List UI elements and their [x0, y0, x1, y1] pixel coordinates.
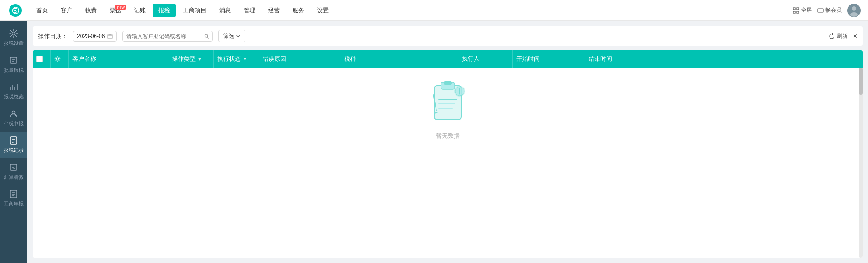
fullscreen-button[interactable]: 全屏	[793, 6, 812, 14]
app-logo[interactable]	[7, 2, 24, 19]
sidebar-item-tax-overview[interactable]: 报税总览	[0, 78, 27, 105]
search-input[interactable]	[126, 33, 201, 39]
table-body-area: 暂无数据	[33, 68, 863, 258]
nav-service[interactable]: 服务	[287, 4, 310, 17]
refresh-icon	[829, 33, 835, 39]
th-tax-type: 税种	[340, 50, 458, 68]
svg-point-10	[12, 32, 15, 35]
sidebar-label-annual-report: 工商年报	[4, 200, 24, 207]
date-picker[interactable]: 2023-06-06	[73, 31, 117, 42]
sidebar-label-calc-pay: 汇算清缴	[4, 174, 24, 180]
avatar[interactable]	[847, 4, 861, 17]
top-nav: 首页 客户 收费 票据 new 记账 报税 工商项目 消息 管理 经营	[0, 0, 868, 21]
th-operation-type[interactable]: 操作类型 ▼	[168, 50, 214, 68]
table-header: 客户名称 操作类型 ▼ 执行状态 ▼ 错误原因 税种 执行人	[33, 50, 863, 68]
th-executor: 执行人	[458, 50, 513, 68]
sidebar-item-tax-records[interactable]: 报税记录	[0, 132, 27, 158]
sidebar-item-batch-tax[interactable]: 批量报税	[0, 51, 27, 78]
empty-text: 暂无数据	[436, 132, 460, 140]
nav-tax[interactable]: 报税	[153, 4, 176, 17]
th-end-time: 结束时间	[585, 50, 657, 68]
nav-settings[interactable]: 设置	[312, 4, 334, 17]
svg-point-8	[852, 6, 856, 11]
svg-rect-16	[108, 34, 112, 39]
new-badge: new	[115, 5, 126, 10]
settings-icon	[54, 56, 61, 62]
toolbar: 操作日期： 2023-06-06 筛选	[33, 26, 863, 46]
svg-rect-21	[444, 81, 452, 85]
svg-point-18	[57, 58, 59, 60]
nav-business[interactable]: 工商项目	[177, 4, 212, 17]
sidebar-label-tax-settings: 报税设置	[4, 40, 24, 47]
sidebar-label-tax-records: 报税记录	[4, 147, 24, 154]
sidebar-label-batch-tax: 批量报税	[4, 67, 24, 73]
th-start-time: 开始时间	[513, 50, 585, 68]
svg-point-9	[850, 12, 858, 17]
nav-collection[interactable]: 收费	[80, 4, 102, 17]
th-customer-name: 客户名称	[69, 50, 168, 68]
empty-illustration	[425, 77, 470, 127]
svg-point-17	[205, 34, 207, 37]
svg-rect-3	[797, 8, 799, 10]
sidebar-item-annual-report[interactable]: 工商年报	[0, 185, 27, 212]
sort-icon-2: ▼	[243, 57, 247, 62]
empty-state: 暂无数据	[425, 77, 470, 140]
top-nav-right: 全屏 畅会员	[793, 4, 861, 17]
nav-account[interactable]: 记账	[129, 4, 151, 17]
fullscreen-label: 全屏	[801, 6, 812, 14]
calendar-icon	[107, 34, 113, 39]
member-button[interactable]: 畅会员	[817, 6, 842, 14]
sidebar-label-personal-tax: 个税申报	[4, 120, 24, 127]
th-checkbox[interactable]	[33, 50, 51, 68]
th-settings[interactable]	[51, 50, 69, 68]
date-label: 操作日期：	[38, 32, 67, 40]
refresh-label: 刷新	[837, 32, 848, 40]
sidebar: 报税设置 批量报税 报税总览 个税申报	[0, 21, 27, 263]
svg-rect-6	[818, 9, 823, 12]
svg-rect-13	[10, 137, 17, 144]
main-layout: 报税设置 批量报税 报税总览 个税申报	[0, 21, 868, 263]
sidebar-item-personal-tax[interactable]: 个税申报	[0, 105, 27, 132]
search-box[interactable]	[122, 31, 213, 42]
toolbar-right: 刷新 ×	[829, 32, 857, 40]
sidebar-item-tax-settings[interactable]: 报税设置	[0, 24, 27, 51]
close-button[interactable]: ×	[853, 32, 857, 40]
svg-rect-5	[797, 11, 799, 13]
nav-invoice[interactable]: 票据 new	[104, 4, 127, 17]
scrollbar-thumb[interactable]	[859, 68, 863, 95]
svg-rect-4	[793, 11, 795, 13]
th-exec-status[interactable]: 执行状态 ▼	[214, 50, 259, 68]
filter-button[interactable]: 筛选	[218, 30, 245, 42]
scrollbar[interactable]	[859, 68, 863, 258]
table-empty-state: 暂无数据	[33, 68, 863, 149]
table-container: 客户名称 操作类型 ▼ 执行状态 ▼ 错误原因 税种 执行人	[33, 50, 863, 258]
search-icon	[204, 34, 209, 39]
member-label: 畅会员	[825, 6, 842, 14]
nav-message[interactable]: 消息	[214, 4, 236, 17]
header-checkbox[interactable]	[36, 56, 43, 62]
nav-customer[interactable]: 客户	[55, 4, 78, 17]
nav-management[interactable]: 管理	[238, 4, 261, 17]
svg-point-1	[14, 10, 16, 11]
svg-point-28	[459, 93, 460, 95]
svg-rect-2	[793, 8, 795, 10]
main-nav: 首页 客户 收费 票据 new 记账 报税 工商项目 消息 管理 经营	[31, 4, 793, 17]
refresh-button[interactable]: 刷新	[829, 32, 848, 40]
sort-icon: ▼	[197, 57, 202, 62]
th-error-reason: 错误原因	[259, 50, 340, 68]
nav-home[interactable]: 首页	[31, 4, 53, 17]
date-value: 2023-06-06	[77, 33, 105, 39]
nav-operation[interactable]: 经营	[263, 4, 285, 17]
svg-rect-11	[10, 57, 17, 63]
sidebar-item-calc-pay[interactable]: 汇算清缴	[0, 158, 27, 185]
sidebar-label-tax-overview: 报税总览	[4, 93, 24, 100]
content-area: 操作日期： 2023-06-06 筛选	[27, 21, 868, 263]
chevron-down-icon	[236, 34, 240, 39]
